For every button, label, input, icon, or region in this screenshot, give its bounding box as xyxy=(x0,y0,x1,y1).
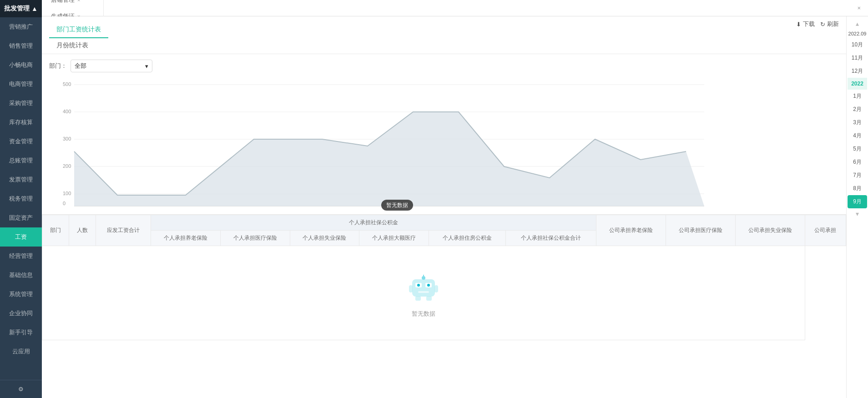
table-section: 部门 人数 应发工资合计 个人承担社保公积金 公司承担养老保险 公司承担医疗保险… xyxy=(42,214,846,398)
time-panel-item-10月[interactable]: 10月 xyxy=(848,38,868,51)
refresh-button[interactable]: ↻ 刷新 xyxy=(820,20,839,28)
svg-text:500: 500 xyxy=(63,81,71,87)
sidebar-item-工资[interactable]: 工资 xyxy=(0,227,42,247)
th-company-unemployment: 公司承担失业保险 xyxy=(736,215,805,246)
th-personal-unemployment: 个人承担失业保险 xyxy=(290,231,359,246)
time-panel-down-arrow[interactable]: ▾ xyxy=(847,208,868,219)
sidebar-item-基础信息[interactable]: 基础信息 xyxy=(0,266,42,285)
th-personal-housing-fund: 个人承担住房公积金 xyxy=(429,231,505,246)
sidebar-item-库存核算[interactable]: 库存核算 xyxy=(0,113,42,132)
svg-point-16 xyxy=(427,284,430,287)
refresh-icon: ↻ xyxy=(820,21,825,28)
time-panel-item-2022[interactable]: 2022 xyxy=(848,78,868,90)
sidebar-footer[interactable]: ⚙ xyxy=(0,380,42,398)
gear-icon: ⚙ xyxy=(18,386,24,393)
content-area: 部门工资统计表月份统计表 ⬇ 下载 ↻ 刷新 部门： 全部 ▾ xyxy=(42,16,868,398)
refresh-label: 刷新 xyxy=(827,20,839,28)
tabbar: 首页门店商品目录×销售单×店铺管理×生成凭证×应收应付调整单×工资表×工资统计报… xyxy=(42,0,868,16)
th-company-other: 公司承担 xyxy=(805,215,846,246)
time-panel-item-6月[interactable]: 6月 xyxy=(848,156,868,169)
th-personal-major-medical: 个人承担大额医疗 xyxy=(359,231,429,246)
time-panel-item-11月[interactable]: 11月 xyxy=(848,51,868,65)
th-personal-social: 个人承担社保公积金 xyxy=(151,215,596,231)
th-personal-pension: 个人承担养老保险 xyxy=(151,231,220,246)
empty-state-container: 暂无数据 xyxy=(47,250,800,336)
sidebar-item-经营管理[interactable]: 经营管理 xyxy=(0,247,42,266)
sidebar-item-企业协同[interactable]: 企业协同 xyxy=(0,304,42,323)
sidebar-item-采购管理[interactable]: 采购管理 xyxy=(0,94,42,113)
tab-label: 店铺管理 xyxy=(51,0,75,4)
table-empty-state: 暂无数据 xyxy=(42,246,805,340)
sub-tab-月份统计表[interactable]: 月份统计表 xyxy=(49,38,108,54)
line-chart: 500 400 300 200 100 0 xyxy=(49,78,839,214)
svg-rect-23 xyxy=(426,296,432,301)
sub-tab-部门工资统计表[interactable]: 部门工资统计表 xyxy=(49,22,108,38)
close-all-tabs[interactable]: × xyxy=(853,5,864,11)
svg-rect-17 xyxy=(418,291,429,293)
sub-tab-items: 部门工资统计表月份统计表 xyxy=(49,22,108,54)
empty-text: 暂无数据 xyxy=(412,310,435,318)
sidebar-item-营销推广[interactable]: 营销推广 xyxy=(0,17,42,36)
download-icon: ⬇ xyxy=(796,21,801,28)
tab-店铺管理[interactable]: 店铺管理× xyxy=(45,0,104,8)
svg-text:300: 300 xyxy=(63,136,71,141)
sidebar-items: 营销推广销售管理小畅电商电商管理采购管理库存核算资金管理总账管理发票管理税务管理… xyxy=(0,17,42,361)
sidebar-header[interactable]: 批发管理 ▲ xyxy=(0,0,42,17)
sidebar-item-系统管理[interactable]: 系统管理 xyxy=(0,285,42,304)
svg-text:400: 400 xyxy=(63,109,71,114)
chart-area: 500 400 300 200 100 0 xyxy=(42,78,846,214)
th-headcount: 人数 xyxy=(69,215,96,246)
sidebar-item-税务管理[interactable]: 税务管理 xyxy=(0,189,42,208)
th-total-salary: 应发工资合计 xyxy=(96,215,151,246)
download-label: 下载 xyxy=(803,20,815,28)
time-panel-up-arrow[interactable]: ▴ xyxy=(847,18,868,29)
th-personal-total: 个人承担社保公积金合计 xyxy=(505,231,596,246)
time-panel-item-4月[interactable]: 4月 xyxy=(848,129,868,142)
th-department: 部门 xyxy=(42,215,69,246)
department-select[interactable]: 全部 ▾ xyxy=(71,60,152,72)
sidebar-item-小畅电商[interactable]: 小畅电商 xyxy=(0,55,42,75)
svg-rect-12 xyxy=(412,279,435,297)
department-select-value: 全部 xyxy=(75,62,86,70)
sidebar-collapse-icon: ▲ xyxy=(31,5,38,12)
svg-rect-19 xyxy=(423,275,424,279)
time-panel-year-label: 2022.09 xyxy=(848,29,868,38)
time-panel-item-2月[interactable]: 2月 xyxy=(848,103,868,116)
svg-text:200: 200 xyxy=(63,163,71,169)
sidebar-item-新手引导[interactable]: 新手引导 xyxy=(0,323,42,342)
time-panel-item-12月[interactable]: 12月 xyxy=(848,65,868,78)
time-panel-item-9月[interactable]: 9月 xyxy=(848,195,868,208)
th-company-medical: 公司承担医疗保险 xyxy=(666,215,736,246)
th-personal-medical: 个人承担医疗保险 xyxy=(220,231,290,246)
sidebar-item-资金管理[interactable]: 资金管理 xyxy=(0,132,42,151)
time-panel-item-7月[interactable]: 7月 xyxy=(848,169,868,182)
sidebar-item-电商管理[interactable]: 电商管理 xyxy=(0,75,42,94)
svg-rect-21 xyxy=(434,285,438,292)
th-company-pension: 公司承担养老保险 xyxy=(596,215,666,246)
sidebar-item-云应用[interactable]: 云应用 xyxy=(0,342,42,361)
empty-icon xyxy=(405,268,442,304)
tab-close-icon[interactable]: × xyxy=(77,0,80,3)
close-all-icon: × xyxy=(857,5,861,11)
filter-row: 部门： 全部 ▾ xyxy=(42,54,846,78)
time-panel-item-3月[interactable]: 3月 xyxy=(848,116,868,129)
chevron-down-icon: ▾ xyxy=(145,63,148,70)
download-button[interactable]: ⬇ 下载 xyxy=(796,20,815,28)
time-panel-item-1月[interactable]: 1月 xyxy=(848,90,868,103)
sidebar-title: 批发管理 xyxy=(4,5,30,13)
time-panel: ▴ 2022.0910月11月12月20221月2月3月4月5月6月7月8月9月… xyxy=(846,16,868,398)
sidebar-item-总账管理[interactable]: 总账管理 xyxy=(0,151,42,170)
time-panel-item-8月[interactable]: 8月 xyxy=(848,182,868,195)
chart-tooltip-text: 暂无数据 xyxy=(386,202,408,208)
sidebar-item-发票管理[interactable]: 发票管理 xyxy=(0,170,42,189)
data-table: 部门 人数 应发工资合计 个人承担社保公积金 公司承担养老保险 公司承担医疗保险… xyxy=(42,215,846,340)
sidebar-item-固定资产[interactable]: 固定资产 xyxy=(0,208,42,227)
time-panel-item-5月[interactable]: 5月 xyxy=(848,142,868,156)
sidebar-item-销售管理[interactable]: 销售管理 xyxy=(0,36,42,55)
svg-point-15 xyxy=(417,284,420,287)
page-body: 部门工资统计表月份统计表 ⬇ 下载 ↻ 刷新 部门： 全部 ▾ xyxy=(42,16,846,398)
main-area: 首页门店商品目录×销售单×店铺管理×生成凭证×应收应付调整单×工资表×工资统计报… xyxy=(42,0,868,398)
svg-text:0: 0 xyxy=(63,201,66,206)
svg-text:100: 100 xyxy=(63,191,71,196)
svg-rect-20 xyxy=(409,285,413,292)
